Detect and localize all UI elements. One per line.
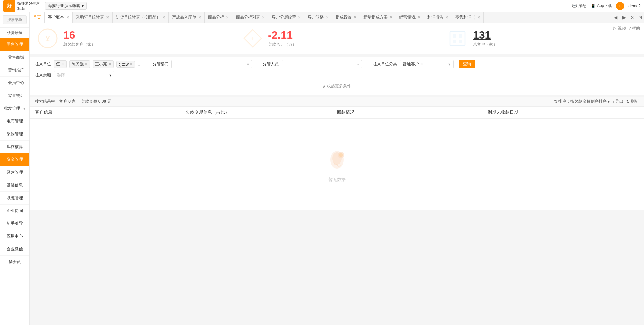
stat-total-debt-amount: + -2.11 欠款合计（万） bbox=[234, 23, 439, 54]
refresh-button[interactable]: ↻ 刷新 bbox=[626, 99, 639, 104]
tab-close-purchase-order-stats[interactable]: ✕ bbox=[106, 15, 109, 19]
tab-close-profit-report[interactable]: ✕ bbox=[445, 15, 448, 19]
main-layout: 搜索菜单 快捷导航 零售管理 零售商城 营销推广 会员中心 零售统计 批发管理 … bbox=[0, 12, 644, 325]
filter-dept-select[interactable]: ▾ bbox=[171, 60, 252, 68]
sidebar-item-member-center[interactable]: 会员中心 bbox=[0, 77, 29, 89]
filter-person-label: 分管人员 bbox=[263, 61, 279, 67]
filter-person-select[interactable]: ··· bbox=[282, 60, 362, 68]
empty-illustration bbox=[324, 146, 350, 173]
user-name[interactable]: demo2 bbox=[628, 4, 641, 8]
sidebar-item-ecom-mgmt[interactable]: 电商管理 bbox=[0, 115, 29, 128]
sidebar-item-vip-member[interactable]: 畅会员 bbox=[0, 256, 29, 268]
query-button[interactable]: 查询 bbox=[459, 60, 475, 68]
tab-close-customer-segment[interactable]: ✕ bbox=[298, 15, 301, 19]
tab-close-all[interactable]: ✕ bbox=[628, 12, 636, 23]
tab-close-business-status[interactable]: ✕ bbox=[418, 15, 420, 19]
tab-new-achievement[interactable]: 新增提成方案 ✕ bbox=[360, 12, 396, 23]
filter-more-button[interactable]: ... bbox=[138, 62, 142, 67]
tab-product-analysis[interactable]: 商品分析 ✕ bbox=[205, 12, 232, 23]
remove-tag-wu[interactable]: ✕ bbox=[61, 62, 64, 66]
tab-customer-segment[interactable]: 客户分层经营 ✕ bbox=[268, 12, 304, 23]
sidebar-item-enterprise-wechat[interactable]: 企业微信 bbox=[0, 243, 29, 256]
tab-profit-report[interactable]: 利润报告 ✕ bbox=[424, 12, 452, 23]
sidebar-item-new-guide[interactable]: 新手引导 bbox=[0, 217, 29, 230]
message-button[interactable]: 💬 消息 bbox=[572, 3, 587, 9]
video-button[interactable]: ▷ 视频 bbox=[613, 26, 626, 31]
stat-info-debt-amount: -2.11 欠款合计（万） bbox=[268, 30, 296, 47]
tab-submit-settings[interactable]: 提成设置 ✕ bbox=[332, 12, 360, 23]
chevron-down-icon: ▾ bbox=[82, 4, 84, 8]
sidebar-item-app-center[interactable]: 应用中心 bbox=[0, 230, 29, 243]
tab-scroll-right[interactable]: ▶ bbox=[620, 12, 628, 23]
filter-balance-input[interactable]: 选择... ▾ bbox=[54, 71, 114, 79]
filter-balance-label: 往来余额 bbox=[35, 72, 51, 78]
diamond-plus-icon: + bbox=[243, 28, 263, 48]
remove-ordinary-tag[interactable]: ✕ bbox=[420, 62, 423, 66]
filter-unit-category-select[interactable]: 普通客户 ✕ ▾ bbox=[400, 60, 454, 68]
tab-close-product-analysis-list[interactable]: ✕ bbox=[262, 15, 265, 19]
export-button[interactable]: ↑ 导出 bbox=[612, 99, 624, 104]
empty-label: 暂无数据 bbox=[328, 177, 346, 183]
tab-close-retail-profit[interactable]: ✕ bbox=[477, 15, 480, 19]
collapse-filters-button[interactable]: ∧ 收起更多条件 bbox=[35, 82, 639, 91]
tab-inbound-stats[interactable]: 进货单统计表（按商品） ✕ bbox=[113, 12, 169, 23]
sidebar-quick-nav[interactable]: 快捷导航 bbox=[0, 28, 29, 38]
sidebar-item-inventory[interactable]: 库存核算 bbox=[0, 141, 29, 153]
logo-icon: 好 bbox=[3, 0, 15, 12]
stat-info-total-customers: 131 总客户（家） bbox=[473, 30, 497, 47]
filter-unit-category-label: 往来单位分类 bbox=[373, 61, 397, 67]
sidebar-item-purchase-mgmt[interactable]: 采购管理 bbox=[0, 128, 29, 141]
sidebar-item-capital-mgmt[interactable]: 资金管理 bbox=[0, 153, 29, 166]
refresh-icon: ↻ bbox=[626, 99, 630, 104]
help-button[interactable]: ? 帮助 bbox=[629, 26, 640, 31]
chevron-down-sort-icon: ▾ bbox=[608, 99, 610, 104]
tab-close-new-achievement[interactable]: ✕ bbox=[390, 15, 392, 19]
search-count-text: 搜索结果中，客户 0 家 bbox=[35, 99, 76, 104]
sort-icon: ⇅ bbox=[554, 99, 557, 104]
tab-close-product-inbound[interactable]: ✕ bbox=[198, 15, 201, 19]
svg-rect-5 bbox=[453, 34, 456, 38]
sidebar-item-batch-mgmt[interactable]: 批发管理 ▾ bbox=[0, 102, 29, 115]
logo-text: 畅捷通好生意 标版 bbox=[17, 1, 40, 11]
tab-scroll-left[interactable]: ◀ bbox=[612, 12, 620, 23]
stat-label-total-customers: 总客户（家） bbox=[473, 42, 497, 47]
search-menu-button[interactable]: 搜索菜单 bbox=[3, 15, 27, 24]
filter-dept-label: 分管部门 bbox=[153, 61, 169, 67]
remove-tag-chen[interactable]: ✕ bbox=[85, 62, 88, 66]
tab-product-inbound[interactable]: 产成品入库单 ✕ bbox=[169, 12, 205, 23]
svg-text:+: + bbox=[251, 36, 255, 42]
tab-close-customer-account[interactable]: ✕ bbox=[66, 15, 69, 19]
tab-home[interactable]: 首页 bbox=[30, 12, 45, 23]
chevron-right-icon: ▾ bbox=[23, 106, 25, 111]
tab-business-status[interactable]: 经营情况 ✕ bbox=[396, 12, 424, 23]
tab-close-submit-settings[interactable]: ✕ bbox=[354, 15, 356, 19]
company-select[interactable]: 母婴行业演示帐套 ▾ bbox=[45, 2, 87, 10]
sidebar-item-retail-mgmt[interactable]: 零售管理 bbox=[0, 38, 29, 51]
remove-tag-wang[interactable]: ✕ bbox=[108, 62, 111, 66]
tab-customer-account[interactable]: 客户账本 ✕ bbox=[45, 12, 73, 23]
tab-customer-contact[interactable]: 客户联络 ✕ bbox=[304, 12, 332, 23]
svg-rect-8 bbox=[459, 40, 462, 43]
sidebar-item-retail-stats[interactable]: 零售统计 bbox=[0, 89, 29, 102]
table-header: 客户信息 欠款交易信息（占比） 回款情况 到期未收款日期 bbox=[30, 107, 644, 119]
sidebar-item-basic-info[interactable]: 基础信息 bbox=[0, 179, 29, 192]
sidebar-item-system-mgmt[interactable]: 系统管理 bbox=[0, 192, 29, 205]
sidebar-item-marketing[interactable]: 营销推广 bbox=[0, 64, 29, 77]
app-download-button[interactable]: 📱 App下载 bbox=[591, 3, 612, 9]
tab-product-analysis-list[interactable]: 商品分析列表 ✕ bbox=[232, 12, 268, 23]
tab-close-customer-contact[interactable]: ✕ bbox=[326, 15, 329, 19]
search-result-info: 搜索结果中，客户 0 家 欠款金额 0.00 元 ⇅ 排序：按欠款金额倒序排序 … bbox=[30, 97, 644, 107]
sidebar-item-retail-mall[interactable]: 零售商城 bbox=[0, 51, 29, 64]
table-header-debt-info: 欠款交易信息（占比） bbox=[186, 109, 337, 115]
sort-button[interactable]: ⇅ 排序：按欠款金额倒序排序 ▾ bbox=[554, 99, 610, 104]
tab-purchase-order-stats[interactable]: 采购订单统计表 ✕ bbox=[73, 12, 113, 23]
tab-expand[interactable]: ⊡ bbox=[636, 12, 644, 23]
sidebar-item-enterprise-coop[interactable]: 企业协同 bbox=[0, 205, 29, 217]
tab-close-inbound-stats[interactable]: ✕ bbox=[162, 15, 165, 19]
remove-tag-cjttcw[interactable]: ✕ bbox=[130, 62, 133, 66]
sidebar-item-operations-mgmt[interactable]: 经营管理 bbox=[0, 166, 29, 179]
chevron-down-category-icon: ▾ bbox=[448, 62, 450, 67]
svg-text:¥: ¥ bbox=[46, 35, 50, 43]
tab-close-product-analysis[interactable]: ✕ bbox=[226, 15, 229, 19]
tab-retail-profit[interactable]: 零售利润（ ✕ bbox=[452, 12, 484, 23]
